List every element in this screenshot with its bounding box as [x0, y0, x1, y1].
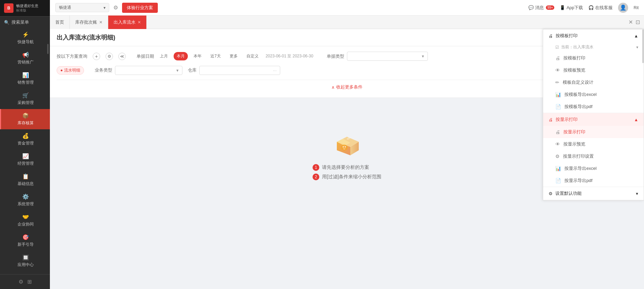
display-section: 🖨 按显示打印 ▲ 🖨 按显示打印 👁 按显示预览 ⚙ 按显示打印设置 📊 按显…: [543, 113, 644, 187]
settings-icon[interactable]: ⚙: [19, 279, 23, 285]
topbar-settings-icon[interactable]: ⚙: [113, 4, 118, 11]
current-label: 当前：出入库流水: [561, 44, 593, 50]
sidebar-label-system: 系统管理: [18, 201, 34, 207]
date-btn-this-month[interactable]: 本月: [174, 52, 188, 60]
default-section: ⚙ 设置默认功能 ▾: [543, 187, 644, 200]
template-excel-icon: 📊: [555, 92, 561, 97]
display-print-icon: 🖨: [555, 129, 560, 135]
tab-batch-ledger[interactable]: 库存批次账 ✕: [70, 16, 108, 29]
sidebar-label-purchase: 采购管理: [18, 100, 34, 106]
voucher-type-dropdown[interactable]: ▾: [347, 52, 428, 61]
sidebar-item-basic[interactable]: 📋 基础信息: [0, 170, 50, 190]
sidebar-item-marketing[interactable]: 📢 营销推广: [0, 48, 50, 69]
tabbar: 首页 库存批次账 ✕ 出入库流水 ✕ ✕ ⊡: [50, 16, 644, 29]
dropdown-item-template-excel[interactable]: 📊 按模板导出excel: [543, 88, 644, 101]
date-btn-this-year[interactable]: 本年: [191, 52, 205, 60]
current-label-icon: ☑: [555, 45, 559, 50]
sidebar-item-cooperation[interactable]: 🤝 企业协同: [0, 210, 50, 231]
step-1-text: 请先选择要分析的方案: [322, 164, 369, 170]
template-section-chevron: ▲: [634, 33, 638, 38]
sidebar-item-finance[interactable]: 💰 资金管理: [0, 129, 50, 150]
empty-step-2: 2 用[过滤]条件来缩小分析范围: [313, 174, 381, 180]
tab-maximize-icon[interactable]: ⊡: [636, 19, 640, 25]
app-version: 标准版: [16, 8, 38, 13]
dropdown-item-template-preview[interactable]: 👁 按模板预览: [543, 64, 644, 76]
dropdown-item-template-pdf[interactable]: 📄 按模板导出pdf: [543, 101, 644, 113]
dropdown-item-display-settings[interactable]: ⚙ 按显示打印设置: [543, 150, 644, 162]
template-preview-icon: 👁: [555, 68, 560, 73]
sidebar-icon-marketing: 📢: [22, 52, 29, 58]
display-settings-icon: ⚙: [555, 154, 560, 159]
collapse-sidebar-icon[interactable]: ⊞: [27, 279, 32, 285]
username[interactable]: Rit: [634, 5, 639, 10]
filter-add-btn[interactable]: +: [93, 53, 100, 60]
user-avatar[interactable]: 👤: [618, 3, 628, 13]
dropdown-item-display-pdf[interactable]: 📄 按显示导出pdf: [543, 175, 644, 187]
date-btn-custom[interactable]: 自定义: [243, 52, 262, 60]
active-filter-tag[interactable]: ● 流水明细: [57, 66, 84, 75]
filter-settings-btn[interactable]: ⚙: [106, 53, 113, 60]
sidebar-item-inventory[interactable]: 📦 库存核算: [0, 109, 50, 129]
template-section-header[interactable]: 🖨 按模板打印 ▲: [543, 29, 644, 42]
sidebar-item-quick-nav[interactable]: ⚡ 快捷导航: [0, 28, 50, 48]
biz-type-chevron: ▾: [176, 68, 179, 73]
warehouse-group: 仓库 ···: [188, 66, 280, 75]
display-pdf-icon: 📄: [555, 178, 561, 183]
online-service-label: 在线客服: [595, 5, 613, 11]
dropdown-scrollbar: [642, 29, 644, 200]
app-download-action[interactable]: 📱 App下载: [560, 5, 583, 11]
display-section-header[interactable]: 🖨 按显示打印 ▲: [543, 113, 644, 126]
breadcrumb-input[interactable]: 畅捷通 ▾: [55, 3, 109, 12]
dropdown-item-template-print[interactable]: 🖨 按模板打印: [543, 52, 644, 64]
app-download-label: App下载: [566, 5, 583, 11]
sidebar-item-wechat[interactable]: 💬 企业微信: [0, 271, 50, 274]
date-btn-7days[interactable]: 近7天: [207, 52, 224, 60]
date-filter-group: 单据日期 上月 本月 本年 近7天 更多 自定义 2023-06-01 至 20…: [137, 52, 313, 60]
message-action[interactable]: 💬 消息 99+: [528, 5, 554, 11]
date-btn-last-month[interactable]: 上月: [157, 52, 171, 60]
default-section-header[interactable]: ⚙ 设置默认功能 ▾: [543, 187, 644, 200]
sidebar-item-operation[interactable]: 📈 经营管理: [0, 150, 50, 170]
template-preview-label: 按模板预览: [563, 67, 585, 73]
online-service-action[interactable]: 🎧 在线客服: [588, 5, 613, 11]
dropdown-item-display-print[interactable]: 🖨 按显示打印: [543, 126, 644, 138]
dropdown-item-display-preview[interactable]: 👁 按显示预览: [543, 138, 644, 150]
sidebar-item-sales[interactable]: 📊 销售管理: [0, 69, 50, 89]
tab-close-all-icon[interactable]: ✕: [628, 19, 633, 25]
sidebar-icon-operation: 📈: [22, 153, 29, 159]
collapse-icon: ∧: [331, 85, 335, 90]
sidebar-icon-quick-nav: ⚡: [22, 31, 29, 38]
empty-step-1: 1 请先选择要分析的方案: [313, 164, 381, 171]
filter-collapse-btn[interactable]: ≪: [118, 53, 126, 60]
sidebar-item-apps[interactable]: 🔲 应用中心: [0, 251, 50, 271]
date-range-display: 2023-06-01 至 2023-06-30: [266, 53, 313, 59]
tab-flow-detail-close[interactable]: ✕: [138, 20, 141, 25]
sidebar-label-inventory: 库存核算: [18, 120, 34, 126]
app-name-block: 畅捷通好生意 标准版: [16, 3, 38, 13]
tab-batch-ledger-label: 库存批次账: [75, 19, 97, 25]
date-btn-more[interactable]: 更多: [227, 52, 241, 60]
sidebar-item-purchase[interactable]: 🛒 采购管理: [0, 89, 50, 109]
sidebar-bottom: ⚙ ⊞: [0, 274, 50, 289]
dropdown-item-display-excel[interactable]: 📊 按显示导出excel: [543, 162, 644, 175]
biz-type-group: 业务类型 ▾: [95, 66, 182, 75]
display-section-label: 按显示打印: [556, 116, 634, 123]
warehouse-input[interactable]: ···: [199, 66, 280, 75]
trial-btn[interactable]: 体验行业方案: [122, 3, 158, 13]
biz-type-label: 业务类型: [95, 67, 112, 73]
sidebar-logo[interactable]: B 畅捷通好生意 标准版: [0, 0, 50, 17]
biz-type-dropdown[interactable]: ▾: [115, 66, 182, 75]
message-label: 消息: [535, 5, 544, 11]
sidebar-item-system[interactable]: ⚙️ 系统管理: [0, 190, 50, 210]
tab-home[interactable]: 首页: [50, 16, 70, 29]
sidebar-search[interactable]: 🔍 搜索菜单: [0, 17, 50, 28]
sidebar-scrollbar-thumb: [47, 44, 49, 54]
message-icon: 💬: [528, 5, 534, 10]
filter-tag-icon: ●: [60, 68, 63, 73]
dropdown-item-template-design[interactable]: ✏ 模板自定义设计: [543, 76, 644, 88]
sidebar-item-guide[interactable]: 🎯 新手引导: [0, 231, 50, 251]
display-pdf-label: 按显示导出pdf: [564, 178, 592, 184]
step-num-2: 2: [313, 174, 319, 180]
tab-batch-ledger-close[interactable]: ✕: [99, 20, 103, 25]
tab-flow-detail[interactable]: 出入库流水 ✕: [108, 16, 147, 29]
